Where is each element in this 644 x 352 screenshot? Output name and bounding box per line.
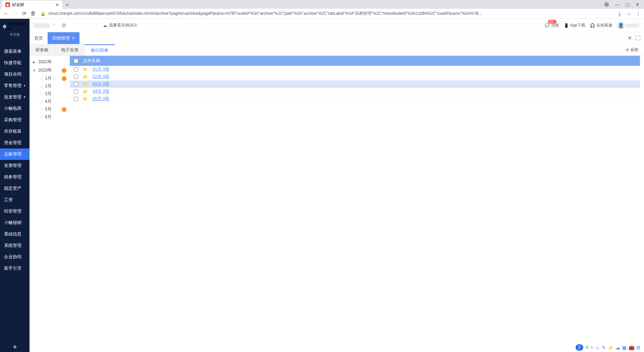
tray-bolt-icon[interactable]: ⚡ <box>608 345 613 350</box>
folder-icon: 📁 <box>83 82 88 87</box>
reload-icon[interactable]: ⟳ <box>22 10 26 17</box>
row-checkbox[interactable] <box>74 89 78 94</box>
lock-icon: 🔒 <box>41 11 46 16</box>
new-tab-button[interactable]: + <box>66 2 69 7</box>
sidebar-item-label: 小畅电商 <box>4 106 21 112</box>
sidebar-item[interactable]: 新手引导 <box>0 263 30 274</box>
tree-year-2022[interactable]: ▶ 2022年 <box>30 58 70 66</box>
header-service[interactable]: 🎧 在线客服 <box>590 23 612 28</box>
tree-month-5[interactable]: ▢ 5月 ! <box>30 105 70 113</box>
row-checkbox[interactable] <box>74 97 78 101</box>
main: 首页 归档管理 ✕ ✕ ⛶ 财务账 电子发票 银行回单 ⟳ 刷新 <box>30 32 644 352</box>
sidebar-item[interactable]: 发票管理 <box>0 160 30 171</box>
sidebar-item[interactable]: 经营管理 <box>0 206 30 217</box>
tree-year-2023[interactable]: ▼ 2023年 ! <box>30 66 70 75</box>
sidebar-item[interactable]: 基础信息 <box>0 228 30 240</box>
header-app-download[interactable]: 📱 App下载 <box>564 23 585 28</box>
tab-close-icon[interactable]: ✕ <box>55 2 59 7</box>
select-all-checkbox[interactable] <box>74 59 78 63</box>
refresh-button[interactable]: ⟳ 刷新 <box>626 44 644 55</box>
sidebar-settings[interactable]: ⚙ <box>0 342 30 352</box>
header-messages[interactable]: 💬 消息 99+ <box>545 23 559 28</box>
sidebar-item[interactable]: 资金管理 <box>0 137 30 148</box>
table-row[interactable]: 📁04月 0张 <box>70 88 640 95</box>
close-all-icon[interactable]: ✕ <box>628 35 632 41</box>
tree-month-2[interactable]: ▢ 2月 <box>30 82 70 90</box>
user-menu[interactable]: 👤 <box>617 22 639 29</box>
gear-icon: ⚙ <box>13 345 17 349</box>
sidebar-item[interactable]: 零售管理▾ <box>0 80 30 91</box>
folder-icon: ▢ <box>40 84 43 88</box>
table-row[interactable]: 📁05月 0张 <box>70 95 640 103</box>
row-checkbox[interactable] <box>74 67 78 72</box>
sidebar-item-label: 项目合同 <box>4 72 21 77</box>
gear-icon[interactable]: ⚙ <box>61 22 66 29</box>
sidebar-item[interactable]: 批发管理▾ <box>0 91 30 103</box>
sidebar-item[interactable]: 小畅报销 <box>0 217 30 228</box>
tree-month-1[interactable]: ▢ 1月 ! <box>30 75 70 82</box>
sidebar-item[interactable]: 库存核算 <box>0 126 30 137</box>
url-bar[interactable]: 🔒 cloud.chanjet.com/cc/u6d89qwnryel/57bf… <box>41 11 613 16</box>
sidebar-item-label: 固定资产 <box>4 186 21 191</box>
sidebar-item-label: 税务管理 <box>4 174 21 180</box>
sidebar-item[interactable]: 小畅电商 <box>0 103 30 114</box>
file-link[interactable]: 02月 0张 <box>93 74 109 80</box>
sub-tab-einvoice[interactable]: 电子发票 <box>55 44 85 55</box>
account-icon[interactable] <box>604 2 609 7</box>
row-checkbox[interactable] <box>74 75 78 79</box>
alert-dot-icon: ! <box>62 68 66 73</box>
sidebar-item[interactable]: 项目合同 <box>0 69 30 80</box>
file-link[interactable]: 05月 0张 <box>93 96 109 102</box>
tray-cloud-icon[interactable]: ☁ <box>615 345 620 350</box>
minimize-icon[interactable]: — <box>615 2 620 7</box>
tray-grid-icon[interactable]: ▦ <box>622 345 627 350</box>
file-link[interactable]: 04月 0张 <box>93 89 109 94</box>
demo-link[interactable]: ☁ 我要看实例演示 <box>97 23 137 28</box>
browser-tab[interactable]: ◆ 好业财 ✕ <box>2 1 62 9</box>
trash-icon[interactable]: 🗑 <box>31 10 36 17</box>
file-link[interactable]: 03月 0张 <box>93 81 109 87</box>
tray-toolbox-icon[interactable]: 🧰 <box>629 345 634 350</box>
forward-icon[interactable]: → <box>13 10 18 17</box>
tray-gear-icon[interactable]: ⚙ <box>636 345 641 350</box>
sidebar-item[interactable]: 企业协同 <box>0 251 30 263</box>
sidebar-item[interactable]: 总账管理 <box>0 148 30 160</box>
page-tab-archive[interactable]: 归档管理 ✕ <box>48 32 79 44</box>
file-link[interactable]: 01月 0张 <box>93 67 109 72</box>
company-select[interactable]: ﹀ ⚙ <box>30 22 90 29</box>
sidebar-item[interactable]: 系统管理 <box>0 240 30 251</box>
svg-point-1 <box>606 4 607 5</box>
tray-smile-icon[interactable]: ☺ <box>595 345 600 350</box>
tray-edit-icon[interactable]: ✎ <box>602 345 606 350</box>
kebab-icon[interactable]: ⋮ <box>636 11 641 16</box>
sidebar-item[interactable]: 工资 <box>0 194 30 206</box>
tab-close-icon[interactable]: ✕ <box>72 36 75 40</box>
tree-month-6[interactable]: ▢ 6月 <box>30 113 70 121</box>
back-icon[interactable]: ← <box>3 10 9 17</box>
message-icon: 💬 <box>545 23 550 28</box>
tray-caret-icon[interactable]: ▾ <box>591 345 593 350</box>
fullscreen-icon[interactable]: ⛶ <box>635 35 641 41</box>
sub-tab-finance[interactable]: 财务账 <box>30 44 55 55</box>
bookmark-icon[interactable]: ☆ <box>627 11 631 16</box>
install-icon[interactable]: ⭳ <box>618 11 622 16</box>
table-row[interactable]: 📁03月 0张 <box>70 81 640 88</box>
sidebar-item[interactable]: 快捷导航 <box>0 57 30 69</box>
refresh-label: 刷新 <box>631 47 639 53</box>
page-tab-home[interactable]: 首页 <box>30 32 48 44</box>
tree-month-4[interactable]: ▢ 4月 <box>30 98 70 105</box>
ime-lang[interactable]: 英 <box>585 345 589 350</box>
sidebar-item[interactable]: 税务管理 <box>0 171 30 183</box>
tree-month-3[interactable]: ▢ 3月 <box>30 90 70 98</box>
close-window-icon[interactable]: ✕ <box>636 2 639 7</box>
table-row[interactable]: 📁02月 0张 <box>70 73 640 81</box>
table-row[interactable]: 📁01月 0张 <box>70 66 640 73</box>
maximize-icon[interactable]: ▢ <box>626 2 630 7</box>
row-checkbox[interactable] <box>74 82 78 86</box>
sidebar-item[interactable]: 采购管理 <box>0 114 30 126</box>
sub-tab-bank[interactable]: 银行回单 <box>85 44 115 55</box>
sidebar-item[interactable]: 搜索菜单 <box>0 46 30 57</box>
sidebar-item[interactable]: 固定资产 <box>0 183 30 194</box>
ime-pill[interactable]: 王 <box>576 344 583 351</box>
service-label: 在线客服 <box>596 23 612 28</box>
